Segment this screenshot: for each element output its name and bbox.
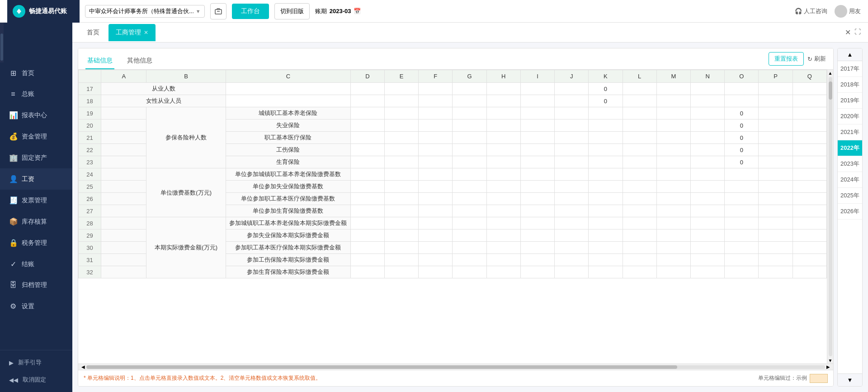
cell-19-d[interactable]: [350, 107, 384, 120]
cell-18-g[interactable]: [453, 95, 486, 107]
cell-18-e[interactable]: [385, 95, 419, 107]
horizontal-scrollbar[interactable]: ◀ ▶: [78, 363, 833, 370]
refresh-button[interactable]: ↻ 刷新: [807, 52, 826, 66]
cell-17-k[interactable]: 0: [589, 83, 623, 95]
cell-19-c[interactable]: 城镇职工基本养老保险: [226, 107, 350, 120]
cell-18-n[interactable]: [690, 95, 724, 107]
year-item-2021[interactable]: 2021年: [838, 124, 862, 140]
tab-close-icon[interactable]: ✕: [144, 29, 148, 36]
user-button[interactable]: 用友: [835, 5, 861, 18]
cell-24-27-b[interactable]: 单位缴费基数(万元): [146, 168, 226, 217]
sidebar-item-fixed-assets[interactable]: 🏢 固定资产: [0, 147, 72, 168]
year-item-2022[interactable]: 2022年: [838, 140, 862, 156]
cell-19-k[interactable]: [589, 107, 623, 120]
tab-home[interactable]: 首页: [80, 24, 107, 41]
scroll-left-arrow[interactable]: ◀: [80, 364, 86, 370]
new-guide-button[interactable]: ▶ 新手引导: [0, 354, 72, 371]
sidebar-item-report-center[interactable]: 📊 报表中心: [0, 105, 72, 126]
cell-19-o[interactable]: 0: [725, 107, 759, 120]
old-version-button[interactable]: 切到旧版: [274, 3, 310, 19]
cell-19-i[interactable]: [520, 107, 554, 120]
cell-17-i[interactable]: [520, 83, 554, 95]
sidebar-item-general-ledger[interactable]: ≡ 总账: [0, 84, 72, 105]
workbench-button[interactable]: 工作台: [232, 4, 269, 19]
maximize-icon[interactable]: ⛶: [854, 28, 861, 37]
cell-28-32-b[interactable]: 本期实际缴费金额(万元): [146, 217, 226, 278]
year-scroll-up[interactable]: ▲: [838, 48, 862, 61]
sidebar-item-inventory[interactable]: 📦 库存核算: [0, 211, 72, 232]
scroll-right-arrow[interactable]: ▶: [825, 364, 831, 370]
cell-20-a[interactable]: [101, 120, 146, 132]
cell-17-n[interactable]: [690, 83, 724, 95]
year-item-2018[interactable]: 2018年: [838, 77, 862, 93]
cell-17-f[interactable]: [419, 83, 453, 95]
cell-18-c[interactable]: [226, 95, 350, 107]
cell-19-p[interactable]: [759, 107, 793, 120]
service-button[interactable]: 🎧 人工咨询: [795, 7, 827, 15]
cell-18-f[interactable]: [419, 95, 453, 107]
cell-17-d[interactable]: [350, 83, 384, 95]
cell-19-e[interactable]: [385, 107, 419, 120]
cell-17-q[interactable]: [793, 83, 826, 95]
cell-18-ab[interactable]: 女性从业人员: [101, 95, 226, 107]
cell-17-h[interactable]: [486, 83, 520, 95]
cell-19-l[interactable]: [623, 107, 656, 120]
cell-19-23-b[interactable]: 参保各险种人数: [146, 107, 226, 168]
cell-18-h[interactable]: [486, 95, 520, 107]
cell-18-j[interactable]: [555, 95, 589, 107]
cell-19-m[interactable]: [656, 107, 690, 120]
close-window-icon[interactable]: ✕: [845, 28, 851, 37]
cell-17-m[interactable]: [656, 83, 690, 95]
spreadsheet-container[interactable]: A B C D E F G H I J: [78, 70, 827, 363]
sidebar-item-closing[interactable]: ✓ 结账: [0, 253, 72, 275]
year-item-2026[interactable]: 2026年: [838, 204, 862, 220]
reset-report-button[interactable]: 重置报表: [769, 52, 804, 66]
sub-tab-basic-info[interactable]: 基础信息: [85, 53, 114, 69]
sidebar-item-fund-management[interactable]: 💰 资金管理: [0, 126, 72, 147]
cell-17-j[interactable]: [555, 83, 589, 95]
sub-tab-other-info[interactable]: 其他信息: [125, 53, 154, 69]
year-item-2023[interactable]: 2023年: [838, 156, 862, 172]
cell-17-ab[interactable]: 从业人数: [101, 83, 226, 95]
sidebar-item-invoice[interactable]: 🧾 发票管理: [0, 190, 72, 211]
h-scroll-track[interactable]: [86, 365, 825, 369]
archive-button[interactable]: [210, 3, 226, 19]
cell-18-i[interactable]: [520, 95, 554, 107]
cell-18-q[interactable]: [793, 95, 826, 107]
h-scroll-thumb[interactable]: [86, 365, 677, 369]
cell-19-q[interactable]: [793, 107, 826, 120]
sidebar-item-home[interactable]: ⊞ 首页: [0, 62, 72, 84]
year-item-2025[interactable]: 2025年: [838, 188, 862, 204]
sidebar-item-tax[interactable]: 🔒 税务管理: [0, 232, 72, 253]
cell-17-p[interactable]: [759, 83, 793, 95]
cell-19-f[interactable]: [419, 107, 453, 120]
cell-18-l[interactable]: [623, 95, 656, 107]
cell-19-a[interactable]: [101, 107, 146, 120]
cell-17-e[interactable]: [385, 83, 419, 95]
year-item-2024[interactable]: 2024年: [838, 172, 862, 188]
cell-18-m[interactable]: [656, 95, 690, 107]
cell-18-o[interactable]: [725, 95, 759, 107]
cell-17-o[interactable]: [725, 83, 759, 95]
year-item-2019[interactable]: 2019年: [838, 93, 862, 109]
tab-business-management[interactable]: 工商管理 ✕: [108, 24, 156, 41]
company-selector[interactable]: 中审众环会计师事务所（特殊普通合伙... ▼: [85, 5, 205, 18]
cell-20-c[interactable]: 失业保险: [226, 120, 350, 132]
cell-19-h[interactable]: [486, 107, 520, 120]
cell-18-k[interactable]: 0: [589, 95, 623, 107]
cell-19-j[interactable]: [555, 107, 589, 120]
cell-19-g[interactable]: [453, 107, 486, 120]
v-scroll-track[interactable]: [829, 77, 832, 356]
year-item-2017[interactable]: 2017年: [838, 61, 862, 77]
scroll-up-arrow[interactable]: ▲: [827, 70, 834, 76]
sidebar-item-settings[interactable]: ⚙ 设置: [0, 296, 72, 317]
v-scroll-thumb[interactable]: [829, 81, 832, 100]
vertical-scrollbar[interactable]: ▲ ▼: [827, 70, 833, 363]
cell-19-n[interactable]: [690, 107, 724, 120]
year-scroll-down[interactable]: ▼: [838, 373, 862, 386]
year-item-2020[interactable]: 2020年: [838, 109, 862, 124]
scroll-down-arrow[interactable]: ▼: [827, 357, 834, 363]
cell-17-g[interactable]: [453, 83, 486, 95]
sidebar-item-salary[interactable]: 👤 工资: [0, 168, 72, 190]
cell-18-p[interactable]: [759, 95, 793, 107]
